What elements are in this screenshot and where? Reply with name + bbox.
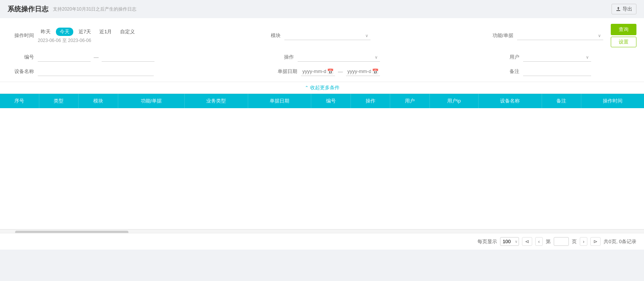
filter-row-2: 编号 — 操作 用户 bbox=[8, 53, 636, 62]
calendar-icon-from[interactable]: 📅 bbox=[327, 68, 334, 75]
total-info: 共0页, 0条记录 bbox=[604, 238, 636, 245]
date-range-text: 2023-06-06 至 2023-06-06 bbox=[38, 37, 138, 44]
filter-row-1: 操作时间 昨天 今天 近7天 近1月 自定义 2023-06-06 至 2023… bbox=[8, 24, 636, 47]
page-size-wrapper: 100 50 200 bbox=[500, 237, 519, 246]
collapse-label: 收起更多条件 bbox=[310, 84, 340, 91]
func-label: 功能/单据 bbox=[487, 32, 517, 39]
next-page-btn[interactable]: › bbox=[580, 237, 587, 246]
page-title: 系统操作日志 bbox=[8, 5, 48, 14]
last1month-btn[interactable]: 近1月 bbox=[96, 28, 115, 36]
table-col-header: 单据日期 bbox=[248, 94, 311, 108]
page-size-select[interactable]: 100 50 200 bbox=[500, 237, 519, 246]
func-select-wrapper bbox=[517, 31, 603, 40]
action-buttons: 查询 设置 bbox=[611, 24, 636, 47]
time-label: 操作时间 bbox=[8, 32, 38, 39]
table-col-header: 功能/单据 bbox=[118, 94, 184, 108]
voucher-date-section: 单据日期 📅 — 📅 bbox=[267, 67, 380, 76]
page-header: 系统操作日志 支持2020年10月31日之后产生的操作日志 导出 bbox=[0, 0, 644, 18]
table-col-header: 业务类型 bbox=[185, 94, 248, 108]
first-page-btn[interactable]: ⊲ bbox=[522, 237, 532, 246]
filter-panel: 操作时间 昨天 今天 近7天 近1月 自定义 2023-06-06 至 2023… bbox=[0, 18, 644, 82]
collapse-bar[interactable]: ⌃ 收起更多条件 bbox=[0, 82, 644, 94]
calendar-icon-to[interactable]: 📅 bbox=[372, 68, 378, 75]
module-section: 模块 bbox=[254, 31, 371, 40]
number-input-to[interactable] bbox=[102, 53, 154, 62]
module-label: 模块 bbox=[254, 32, 284, 39]
table-wrapper: 序号类型模块功能/单据业务类型单据日期编号操作用户用户ip设备名称备注操作时间 bbox=[0, 94, 644, 108]
module-select[interactable] bbox=[284, 31, 371, 40]
date-separator: — bbox=[335, 69, 346, 75]
table-col-header: 编号 bbox=[311, 94, 351, 108]
voucher-date-label: 单据日期 bbox=[267, 68, 301, 75]
today-btn[interactable]: 今天 bbox=[56, 28, 73, 36]
func-select[interactable] bbox=[517, 31, 603, 40]
table-col-header: 备注 bbox=[542, 94, 581, 108]
remark-section: 备注 bbox=[493, 67, 636, 76]
table-col-header: 类型 bbox=[39, 94, 78, 108]
table-col-header: 用户ip bbox=[429, 94, 478, 108]
func-section: 功能/单据 bbox=[487, 31, 603, 40]
collapse-chevron-icon: ⌃ bbox=[305, 85, 309, 90]
settings-button[interactable]: 设置 bbox=[611, 37, 636, 47]
remark-label: 备注 bbox=[493, 68, 523, 75]
svg-marker-1 bbox=[617, 7, 619, 10]
last-page-btn[interactable]: ⊳ bbox=[590, 237, 601, 246]
table-col-header: 模块 bbox=[79, 94, 118, 108]
table-col-header: 操作 bbox=[351, 94, 390, 108]
yesterday-btn[interactable]: 昨天 bbox=[38, 28, 54, 36]
user-label: 用户 bbox=[493, 54, 523, 61]
operation-select[interactable] bbox=[298, 53, 380, 62]
pagination-bar: 每页显示 100 50 200 ⊲ ‹ 第 1 页 › ⊳ 共0页, 0条记录 bbox=[0, 233, 644, 250]
page-subtitle: 支持2020年10月31日之后产生的操作日志 bbox=[53, 6, 136, 12]
module-select-wrapper bbox=[284, 31, 371, 40]
empty-area bbox=[0, 108, 644, 229]
last7-btn[interactable]: 近7天 bbox=[76, 28, 94, 36]
export-icon bbox=[616, 6, 621, 12]
table-header-row: 序号类型模块功能/单据业务类型单据日期编号操作用户用户ip设备名称备注操作时间 bbox=[0, 94, 644, 108]
export-label: 导出 bbox=[622, 6, 632, 12]
user-select[interactable] bbox=[523, 53, 591, 62]
date-from-wrapper: 📅 bbox=[301, 67, 335, 76]
time-shortcuts: 昨天 今天 近7天 近1月 自定义 bbox=[38, 28, 138, 36]
export-button[interactable]: 导出 bbox=[612, 4, 636, 14]
user-select-wrapper bbox=[523, 53, 591, 62]
page-after-label: 页 bbox=[572, 238, 577, 245]
number-input-from[interactable] bbox=[38, 53, 91, 62]
custom-btn[interactable]: 自定义 bbox=[117, 28, 138, 36]
operation-select-wrapper bbox=[298, 53, 380, 62]
table-col-header: 设备名称 bbox=[478, 94, 542, 108]
prev-page-btn[interactable]: ‹ bbox=[535, 237, 543, 246]
filter-row-3: 设备名称 单据日期 📅 — 📅 备注 bbox=[8, 67, 636, 76]
number-separator: — bbox=[91, 54, 102, 60]
table-col-header: 序号 bbox=[0, 94, 39, 108]
operation-label: 操作 bbox=[267, 54, 298, 61]
device-input[interactable] bbox=[38, 67, 154, 76]
time-section: 昨天 今天 近7天 近1月 自定义 2023-06-06 至 2023-06-0… bbox=[38, 28, 138, 44]
query-button[interactable]: 查询 bbox=[611, 24, 636, 35]
table-col-header: 用户 bbox=[390, 94, 429, 108]
scrollbar-area[interactable] bbox=[0, 229, 644, 233]
table-col-header: 操作时间 bbox=[581, 94, 644, 108]
remark-input[interactable] bbox=[523, 67, 591, 76]
data-table: 序号类型模块功能/单据业务类型单据日期编号操作用户用户ip设备名称备注操作时间 bbox=[0, 94, 644, 108]
page-before-label: 第 bbox=[546, 238, 551, 245]
date-to-wrapper: 📅 bbox=[346, 67, 380, 76]
number-label: 编号 bbox=[8, 54, 38, 61]
scrollbar-thumb bbox=[15, 231, 128, 233]
svg-rect-0 bbox=[616, 10, 620, 11]
operation-section: 操作 bbox=[267, 53, 380, 62]
user-section: 用户 bbox=[493, 53, 636, 62]
device-label: 设备名称 bbox=[8, 68, 38, 75]
page-size-label: 每页显示 bbox=[477, 238, 497, 245]
page-number-input[interactable]: 1 bbox=[554, 237, 569, 246]
